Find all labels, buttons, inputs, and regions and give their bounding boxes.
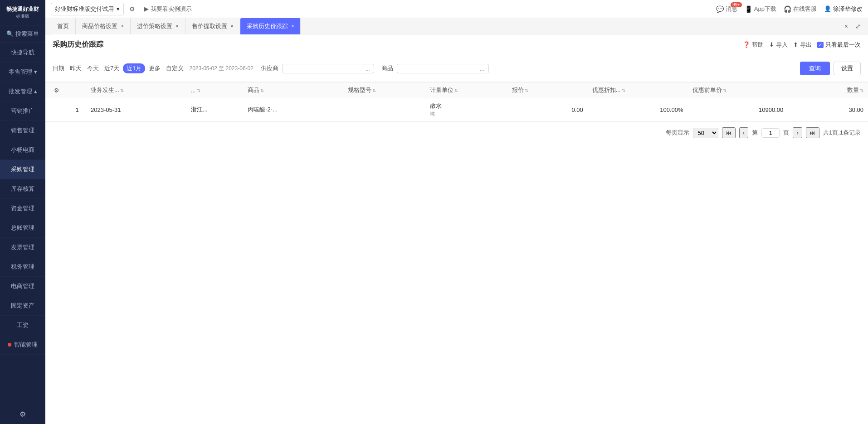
sidebar-item-purchase[interactable]: 采购管理 — [0, 160, 45, 179]
page-unit: 页 — [783, 129, 789, 137]
th-date[interactable]: 业务发生... ⇅ — [86, 82, 186, 98]
page-next-btn[interactable]: › — [793, 127, 802, 138]
tab-sale-extract[interactable]: 售价提取设置 × — [185, 18, 240, 34]
tab-purchase-history[interactable]: 采购历史价跟踪 × — [240, 18, 301, 34]
sidebar-item-payroll[interactable]: 工资 — [0, 316, 45, 335]
th-unit[interactable]: 计量单位 ⇅ — [425, 82, 507, 98]
user-icon: 👤 — [824, 5, 831, 12]
filter-area: 日期 昨天 今天 近7天 近1月 更多 自定义 2023-05-02 至 202… — [45, 55, 868, 82]
settings-button[interactable]: 设置 — [834, 62, 861, 75]
table-row[interactable]: 1 2023-05-31 浙江... 丙嗪酸-2-... 散水吨 0.00 10… — [45, 98, 868, 121]
pagination: 每页显示 10 20 50 100 ⏮ ‹ 第 页 › ⏭ 共1页,1条记录 — [45, 121, 868, 144]
main-content: 采购历史价跟踪 ❓ 帮助 ⬇ 导入 ⬆ 导出 ✓ 只看最后一次 — [45, 34, 868, 424]
page-text: 第 — [752, 129, 758, 137]
sidebar-item-ledger[interactable]: 总账管理 — [0, 218, 45, 238]
window-expand-btn[interactable]: ⤢ — [853, 22, 863, 31]
settings-icon[interactable]: ⚙ — [20, 410, 26, 418]
tax-label: 税务管理 — [11, 263, 34, 270]
app-download-btn[interactable]: 📱 App下载 — [745, 5, 776, 13]
page-last-btn[interactable]: ⏭ — [806, 127, 819, 138]
th-spec-label: 规格型号 — [348, 86, 371, 94]
help-btn[interactable]: ❓ 帮助 — [743, 41, 764, 49]
sidebar-item-invoice[interactable]: 发票管理 — [0, 238, 45, 257]
sidebar-item-tax[interactable]: 税务管理 — [0, 257, 45, 277]
page-number-input[interactable] — [761, 128, 780, 138]
th-quantity[interactable]: 数量 ⇅ — [788, 82, 868, 98]
online-service-btn[interactable]: 🎧 在线客服 — [784, 5, 817, 13]
date-btns: 昨天 今天 近7天 近1月 更多 自定义 2023-05-02 至 2023-0… — [68, 63, 254, 73]
tab-cost-strategy[interactable]: 进价策略设置 × — [131, 18, 185, 34]
sidebar-item-retail[interactable]: 零售管理 ▾ — [0, 63, 45, 82]
sort-icon-discount: ⇅ — [622, 88, 625, 93]
sidebar-search-btn[interactable]: 🔍 搜索菜单 — [0, 25, 45, 43]
sidebar-item-smart[interactable]: 智能管理 — [0, 335, 45, 355]
th-discount[interactable]: 优惠折扣... ⇅ — [588, 82, 688, 98]
date-btn-custom[interactable]: 自定义 — [164, 63, 185, 73]
date-btn-more[interactable]: 更多 — [147, 63, 162, 73]
sidebar-item-finance[interactable]: 资金管理 — [0, 199, 45, 218]
messages-btn[interactable]: 💬 消息 99+ — [716, 5, 737, 13]
query-button[interactable]: 查询 — [800, 62, 830, 75]
search-label: 搜索菜单 — [15, 30, 39, 38]
window-close-btn[interactable]: × — [843, 22, 850, 31]
th-dots[interactable]: ... ⇅ — [186, 82, 244, 98]
cell-num: 1 — [68, 98, 86, 121]
per-page-select[interactable]: 10 20 50 100 — [693, 128, 718, 138]
tab-purchase-history-close[interactable]: × — [292, 24, 294, 29]
checkbox-icon: ✓ — [817, 42, 824, 48]
demo-link[interactable]: ▶ 我要看实例演示 — [144, 5, 192, 13]
date-label: 日期 — [53, 64, 64, 72]
date-btn-today[interactable]: 今天 — [85, 63, 101, 73]
supplier-input[interactable] — [286, 65, 362, 72]
sidebar-item-wholesale[interactable]: 批发管理 ▴ — [0, 82, 45, 101]
product-input-wrap[interactable]: ... — [397, 64, 489, 73]
th-spec[interactable]: 规格型号 ⇅ — [343, 82, 425, 98]
sidebar-item-inventory[interactable]: 库存核算 — [0, 179, 45, 199]
topbar-gear-icon[interactable]: ⚙ — [129, 5, 135, 13]
ecommerce-label: 电商管理 — [11, 283, 34, 289]
demo-icon: ▶ — [144, 5, 149, 12]
tab-home[interactable]: 首页 — [51, 18, 76, 34]
th-gear[interactable]: ⚙ — [45, 82, 68, 98]
message-icon: 💬 — [716, 5, 724, 13]
tab-sale-extract-close[interactable]: × — [231, 24, 234, 29]
th-product[interactable]: 商品 ⇅ — [243, 82, 343, 98]
export-btn[interactable]: ⬆ 导出 — [793, 41, 812, 49]
product-input[interactable] — [401, 65, 477, 72]
date-btn-yesterday[interactable]: 昨天 — [68, 63, 83, 73]
user-menu[interactable]: 👤 徐泽华修改 — [824, 5, 863, 13]
th-quantity-label: 数量 — [847, 86, 859, 94]
finance-label: 资金管理 — [11, 205, 34, 212]
supplier-input-wrap[interactable]: ... — [282, 64, 374, 73]
main-area: 好业财标准版交付试用 ▾ ⚙ ▶ 我要看实例演示 💬 消息 99+ 📱 App下… — [45, 0, 868, 424]
import-btn[interactable]: ⬇ 导入 — [769, 41, 788, 49]
sidebar-item-ecommerce-small[interactable]: 小畅电商 — [0, 140, 45, 160]
product-dots[interactable]: ... — [480, 65, 485, 72]
demo-text: 我要看实例演示 — [151, 5, 192, 13]
sidebar-logo: 畅捷通好业财 标准版 — [0, 0, 45, 25]
sales-label: 销售管理 — [11, 127, 34, 134]
th-price[interactable]: 报价 ⇅ — [507, 82, 588, 98]
sidebar-item-marketing[interactable]: 营销推广 — [0, 101, 45, 121]
tab-cost-strategy-close[interactable]: × — [176, 24, 179, 29]
sidebar-item-ecommerce[interactable]: 电商管理 — [0, 277, 45, 296]
date-btn-1month[interactable]: 近1月 — [123, 63, 145, 73]
page-title: 采购历史价跟踪 — [53, 40, 103, 49]
inventory-label: 库存核算 — [11, 185, 34, 192]
sidebar-quick-nav[interactable]: 快捷导航 — [0, 43, 45, 63]
date-btn-7days[interactable]: 近7天 — [102, 63, 121, 73]
only-last-checkbox[interactable]: ✓ 只看最后一次 — [817, 41, 861, 49]
page-prev-btn[interactable]: ‹ — [739, 127, 749, 138]
sidebar-item-assets[interactable]: 固定资产 — [0, 296, 45, 316]
version-selector[interactable]: 好业财标准版交付试用 ▾ — [51, 3, 124, 15]
page-header: 采购历史价跟踪 ❓ 帮助 ⬇ 导入 ⬆ 导出 ✓ 只看最后一次 — [45, 34, 868, 55]
sidebar-item-sales[interactable]: 销售管理 — [0, 121, 45, 140]
tab-price-settings[interactable]: 商品价格设置 × — [76, 18, 131, 34]
tab-price-settings-close[interactable]: × — [121, 24, 124, 29]
sidebar: 畅捷通好业财 标准版 🔍 搜索菜单 快捷导航 零售管理 ▾ 批发管理 ▴ 营销推… — [0, 0, 45, 424]
page-first-btn[interactable]: ⏮ — [722, 127, 736, 138]
online-service-label: 在线客服 — [793, 5, 817, 13]
th-orig-price[interactable]: 优惠前单价 ⇅ — [688, 82, 788, 98]
sort-icon-dots: ⇅ — [197, 88, 200, 93]
supplier-dots[interactable]: ... — [365, 65, 370, 72]
